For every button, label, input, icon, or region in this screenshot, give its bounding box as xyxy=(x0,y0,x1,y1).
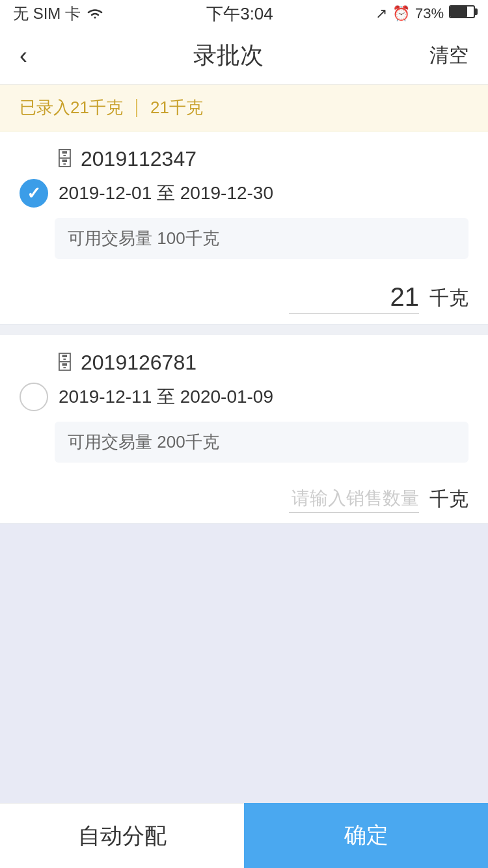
status-bar-right: ↗ ⏰ 73% xyxy=(375,5,475,22)
qty-underline-2 xyxy=(289,512,419,513)
location-icon: ↗ xyxy=(375,5,387,22)
batch-item-1: 🗄 2019112347 2019-12-01 至 2019-12-30 可用交… xyxy=(0,131,488,259)
info-divider xyxy=(136,99,137,117)
section-divider xyxy=(0,325,488,335)
qty-unit-2: 千克 xyxy=(429,486,468,513)
qty-underline-1 xyxy=(289,313,419,314)
back-button[interactable]: ‹ xyxy=(20,42,27,70)
qty-input-wrapper-2: 请输入销售数量 xyxy=(289,486,419,513)
page-title: 录批次 xyxy=(193,40,264,72)
confirm-button[interactable]: 确定 xyxy=(244,803,488,868)
alarm-icon: ⏰ xyxy=(392,5,410,22)
recorded-label: 已录入21千克 xyxy=(20,96,123,119)
carrier-text: 无 SIM 卡 xyxy=(13,3,81,24)
batch-date-row-1[interactable]: 2019-12-01 至 2019-12-30 xyxy=(20,179,468,208)
batch-date-1: 2019-12-01 至 2019-12-30 xyxy=(59,181,273,206)
batch-id-2: 2019126781 xyxy=(81,351,197,375)
batch-id-row-2: 🗄 2019126781 xyxy=(20,351,468,375)
auto-distribute-button[interactable]: 自动分配 xyxy=(0,803,244,868)
clear-button[interactable]: 清空 xyxy=(429,42,468,69)
batch-item-2: 🗄 2019126781 2019-12-11 至 2020-01-09 可用交… xyxy=(0,335,488,463)
radio-1[interactable] xyxy=(20,179,48,208)
radio-2[interactable] xyxy=(20,383,48,411)
info-banner: 已录入21千克 21千克 xyxy=(0,85,488,131)
battery-percent: 73% xyxy=(415,5,444,22)
qty-value-1[interactable]: 21 xyxy=(390,282,420,312)
available-qty-1: 可用交易量 100千克 xyxy=(55,218,468,259)
qty-placeholder-2[interactable]: 请输入销售数量 xyxy=(291,486,419,511)
footer: 自动分配 确定 xyxy=(0,803,488,868)
batch-date-2: 2019-12-11 至 2020-01-09 xyxy=(59,385,273,409)
status-bar: 无 SIM 卡 下午3:04 ↗ ⏰ 73% xyxy=(0,0,488,27)
batch-date-row-2[interactable]: 2019-12-11 至 2020-01-09 xyxy=(20,383,468,411)
battery-icon xyxy=(449,5,475,18)
batch-card-2: 🗄 2019126781 2019-12-11 至 2020-01-09 可用交… xyxy=(0,335,488,524)
qty-row-2: 请输入销售数量 千克 xyxy=(0,476,488,524)
total-label: 21千克 xyxy=(150,96,203,119)
status-bar-left: 无 SIM 卡 xyxy=(13,3,104,24)
batch-card-1: 🗄 2019112347 2019-12-01 至 2019-12-30 可用交… xyxy=(0,131,488,325)
batch-id-row-1: 🗄 2019112347 xyxy=(20,147,468,171)
batch-id-1: 2019112347 xyxy=(81,147,197,171)
qty-input-wrapper-1: 21 xyxy=(289,282,419,314)
batch-id-icon-1: 🗄 xyxy=(55,148,74,170)
batch-id-icon-2: 🗄 xyxy=(55,352,74,374)
qty-unit-1: 千克 xyxy=(429,285,468,312)
nav-bar: ‹ 录批次 清空 xyxy=(0,27,488,85)
available-qty-2: 可用交易量 200千克 xyxy=(55,422,468,463)
wifi-icon xyxy=(86,7,104,20)
status-bar-time: 下午3:04 xyxy=(206,3,273,25)
qty-row-1: 21 千克 xyxy=(0,272,488,325)
